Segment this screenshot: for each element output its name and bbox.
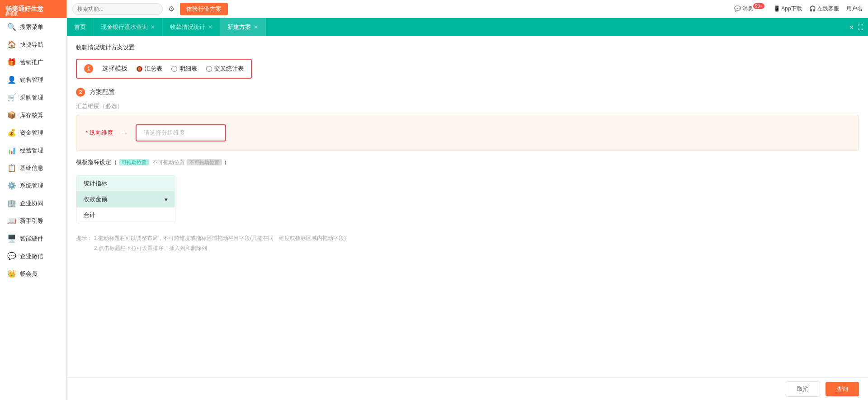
metrics-config: 模板指标设定（ 可拖动位置 不可拖动位置 不可拖动位置 ） 统计指标 收款金额 <box>76 158 859 225</box>
vertical-dimension-label: * 纵向维度 <box>85 129 113 137</box>
tab-close-new-plan[interactable]: ✕ <box>254 24 258 30</box>
sidebar-item-wechat[interactable]: 💬 企业微信 <box>0 247 66 265</box>
sidebar-item-label: 搜索菜单 <box>20 23 43 31</box>
topbar-right: 💬 消息 99+ 📱 App下载 🎧 在线客服 用户名 <box>734 5 863 13</box>
step2-header: 2 方案配置 <box>76 88 859 97</box>
section-label: 统计指标 <box>84 179 107 188</box>
dropdown-icon[interactable]: ▾ <box>165 196 168 203</box>
monitor-icon: 🖥️ <box>7 234 16 243</box>
footer: 取消 查询 <box>67 377 868 400</box>
tabbar: 首页 现金银行流水查询 ✕ 收款情况统计 ✕ 新建方案 ✕ ✕ ⛶ <box>67 18 868 36</box>
tab-receipt-stats[interactable]: 收款情况统计 ✕ <box>163 18 220 36</box>
sidebar-item-label: 畅会员 <box>20 270 38 278</box>
sidebar-item-hardware[interactable]: 🖥️ 智能硬件 <box>0 230 66 247</box>
sidebar-item-label: 系统管理 <box>20 182 43 190</box>
tab-actions: ✕ ⛶ <box>844 18 868 36</box>
sidebar-item-enterprise[interactable]: 🏢 企业协同 <box>0 194 66 212</box>
page-title: 收款情况统计方案设置 <box>76 43 859 52</box>
user-name[interactable]: 用户名 <box>846 5 863 13</box>
radio-cross[interactable]: 交叉统计表 <box>206 65 244 73</box>
app-download[interactable]: 📱 App下载 <box>774 5 802 13</box>
crown-icon: 👑 <box>7 269 16 278</box>
template-selection-box: 1 选择模板 汇总表 明细表 <box>76 59 252 79</box>
step2-label: 方案配置 <box>90 88 115 96</box>
sidebar-item-member[interactable]: 👑 畅会员 <box>0 265 66 282</box>
online-support[interactable]: 🎧 在线客服 <box>809 5 839 13</box>
clipboard-icon: 📋 <box>7 164 16 172</box>
metrics-table: 统计指标 收款金额 ▾ 合计 <box>76 175 175 223</box>
sidebar-item-label: 营销推广 <box>20 58 43 66</box>
fixed-tag: 不可拖动位置 <box>187 159 222 165</box>
chat-icon: 💬 <box>7 252 16 260</box>
gear-icon: ⚙️ <box>7 181 16 190</box>
tips-section: 提示： 1.拖动标题栏可以调整布局，不可跨维度或指标区域拖动栏目字段(只能在同一… <box>76 234 859 253</box>
query-button[interactable]: 查询 <box>826 382 859 396</box>
step1-label: 选择模板 <box>102 65 127 73</box>
sidebar-item-label: 经营管理 <box>20 146 43 155</box>
sidebar-item-sales[interactable]: 👤 销售管理 <box>0 71 66 89</box>
dimension-label: 汇总维度（必选） <box>76 102 859 110</box>
topbar: ⚙ 体验行业方案 💬 消息 99+ 📱 App下载 🎧 在线客服 用户名 <box>67 0 868 18</box>
content-area: 收款情况统计方案设置 1 选择模板 汇总表 <box>67 36 868 377</box>
sidebar-item-label: 库存核算 <box>20 111 43 119</box>
window-maximize-icon[interactable]: ⛶ <box>858 24 863 31</box>
sidebar-item-system[interactable]: ⚙️ 系统管理 <box>0 177 66 194</box>
book-icon: 📖 <box>7 216 16 225</box>
sidebar-item-guide[interactable]: 📖 新手引导 <box>0 212 66 230</box>
config-section: 汇总维度（必选） * 纵向维度 → 请选择分组维度 <box>76 102 859 225</box>
sidebar-item-label: 销售管理 <box>20 76 43 84</box>
sidebar-item-label: 企业协同 <box>20 199 43 207</box>
sidebar-item-label: 采购管理 <box>20 94 43 102</box>
sidebar-item-finance[interactable]: 💰 资金管理 <box>0 124 66 141</box>
step2-section: 2 方案配置 汇总维度（必选） * 纵向维度 → 请选择分组维度 <box>76 88 859 225</box>
sidebar-logo: 畅捷通好生意 标准版 <box>0 0 66 18</box>
movable-tag: 可拖动位置 <box>119 159 149 165</box>
step1-section: 1 选择模板 汇总表 明细表 <box>76 59 859 79</box>
gift-icon: 🎁 <box>7 58 16 66</box>
building-icon: 🏢 <box>7 199 16 207</box>
tab-bank-flow[interactable]: 现金银行流水查询 ✕ <box>94 18 163 36</box>
chart-icon: 📊 <box>7 146 16 155</box>
main-area: ⚙ 体验行业方案 💬 消息 99+ 📱 App下载 🎧 在线客服 用户名 首页 … <box>67 0 868 400</box>
tab-close-receipt-stats[interactable]: ✕ <box>208 24 212 30</box>
step1-header: 1 选择模板 汇总表 明细表 <box>76 59 859 79</box>
metrics-column-header[interactable]: 收款金额 ▾ <box>76 192 175 207</box>
sidebar-item-operations[interactable]: 📊 经营管理 <box>0 141 66 159</box>
tip-line2: 2.点击标题栏下拉可设置排序、插入列和删除列 <box>76 244 859 254</box>
message-area[interactable]: 💬 消息 99+ <box>734 5 766 13</box>
dimension-selector[interactable]: 请选择分组维度 <box>136 124 226 141</box>
dimension-area: * 纵向维度 → 请选择分组维度 <box>76 115 859 151</box>
settings-icon[interactable]: ⚙ <box>168 5 175 13</box>
dimension-row: * 纵向维度 → 请选择分组维度 <box>85 124 849 141</box>
sidebar-item-marketing[interactable]: 🎁 营销推广 <box>0 53 66 71</box>
tab-new-plan[interactable]: 新建方案 ✕ <box>220 18 266 36</box>
trial-button[interactable]: 体验行业方案 <box>180 3 228 15</box>
tab-home[interactable]: 首页 <box>67 18 94 36</box>
message-badge: 99+ <box>753 3 764 9</box>
sidebar-item-basic-info[interactable]: 📋 基础信息 <box>0 159 66 177</box>
arrow-icon: → <box>120 128 128 138</box>
version-tag: 标准版 <box>5 11 18 17</box>
sidebar-item-label: 新手引导 <box>20 217 43 225</box>
metrics-table-header: 统计指标 <box>76 176 175 192</box>
money-icon: 💰 <box>7 128 16 137</box>
home-icon: 🏠 <box>7 40 16 49</box>
tab-close-bank-flow[interactable]: ✕ <box>151 24 155 30</box>
sidebar-item-inventory[interactable]: 📦 库存核算 <box>0 106 66 124</box>
sidebar-item-label: 企业微信 <box>20 252 43 260</box>
person-icon: 👤 <box>7 75 16 84</box>
box-icon: 📦 <box>7 111 16 119</box>
radio-summary[interactable]: 汇总表 <box>137 65 162 73</box>
radio-detail[interactable]: 明细表 <box>171 65 197 73</box>
page-container: 收款情况统计方案设置 1 选择模板 汇总表 <box>67 36 868 377</box>
search-input[interactable] <box>72 3 163 15</box>
window-close-icon[interactable]: ✕ <box>849 24 854 31</box>
sidebar-item-search-menu[interactable]: 🔍 搜索菜单 <box>0 18 66 36</box>
cancel-button[interactable]: 取消 <box>786 381 820 397</box>
sidebar-item-purchase[interactable]: 🛒 采购管理 <box>0 89 66 106</box>
sidebar-item-label: 资金管理 <box>20 129 43 137</box>
sidebar: 畅捷通好生意 标准版 🔍 搜索菜单 🏠 快捷导航 🎁 营销推广 👤 销售管理 🛒… <box>0 0 67 400</box>
metrics-total-row: 合计 <box>76 207 175 223</box>
metrics-label: 模板指标设定（ 可拖动位置 不可拖动位置 不可拖动位置 ） <box>76 158 859 166</box>
sidebar-item-quick-nav[interactable]: 🏠 快捷导航 <box>0 36 66 53</box>
